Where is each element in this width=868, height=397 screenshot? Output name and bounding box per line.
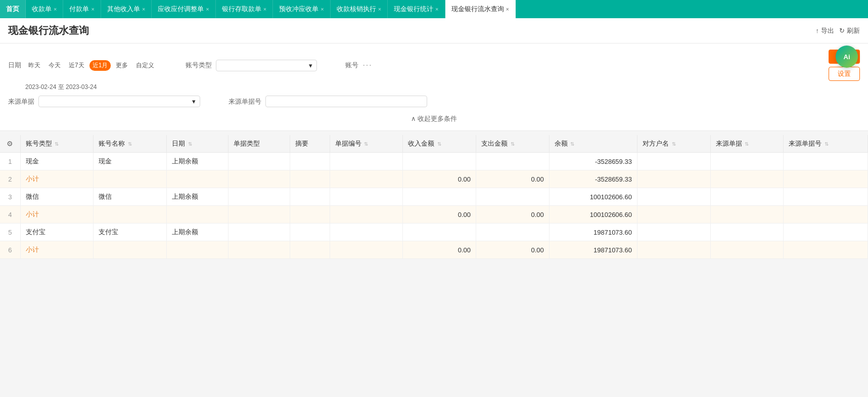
cell-account-name xyxy=(94,170,167,188)
date-filter-label: 日期 xyxy=(8,61,21,70)
cash-flow-tab-label: 现金银行流水查询 xyxy=(451,5,504,14)
cell-source-doc xyxy=(710,206,784,224)
cell-source-doc-num xyxy=(784,241,868,259)
col-balance-sort[interactable]: ⇅ xyxy=(570,141,574,147)
col-account-type-sort[interactable]: ⇅ xyxy=(55,141,59,147)
cell-income xyxy=(403,224,476,241)
col-doc-number-sort[interactable]: ⇅ xyxy=(364,141,368,147)
cell-source-doc xyxy=(710,153,784,170)
ap-adjust-close-icon[interactable]: × xyxy=(206,6,209,12)
cell-doc-number xyxy=(330,188,403,206)
col-settings[interactable]: ⚙ xyxy=(0,135,20,153)
receipt-close-icon[interactable]: × xyxy=(54,6,57,12)
table-row[interactable]: 3 微信 微信 上期余额 100102606.60 xyxy=(0,188,868,206)
col-account-name-sort[interactable]: ⇅ xyxy=(128,141,132,147)
col-counterpart-sort[interactable]: ⇅ xyxy=(672,141,676,147)
other-income-close-icon[interactable]: × xyxy=(142,6,145,12)
cell-summary xyxy=(290,188,330,206)
cell-income: 0.00 xyxy=(403,241,476,259)
source-doc-num-input[interactable] xyxy=(265,96,427,107)
export-button[interactable]: ↑ 导出 xyxy=(816,26,835,35)
cell-summary xyxy=(290,224,330,241)
date-btn-yesterday[interactable]: 昨天 xyxy=(25,60,43,71)
nav-tab-cash-stat[interactable]: 现金银行统计 × xyxy=(388,0,445,18)
refresh-button[interactable]: ↻ 刷新 xyxy=(839,26,860,35)
col-source-doc-num-sort[interactable]: ⇅ xyxy=(825,141,829,147)
payment-tab-label: 付款单 xyxy=(69,5,89,14)
cell-doc-number xyxy=(330,153,403,170)
nav-tab-home[interactable]: 首页 xyxy=(0,0,26,18)
cell-source-doc xyxy=(710,170,784,188)
collect-exec-close-icon[interactable]: × xyxy=(378,6,381,12)
table-row[interactable]: 4 小计 0.00 0.00 100102606.60 xyxy=(0,206,868,224)
nav-tab-cash-flow[interactable]: 现金银行流水查询 × xyxy=(445,0,516,18)
cell-expense xyxy=(476,188,550,206)
col-income-sort[interactable]: ⇅ xyxy=(437,141,441,147)
account-filter-group: 账号 ··· xyxy=(345,61,372,70)
table-row[interactable]: 1 现金 现金 上期余额 -3528659.33 xyxy=(0,153,868,170)
col-source-doc-num: 来源单据号 ⇅ xyxy=(784,135,868,153)
bank-deposit-close-icon[interactable]: × xyxy=(263,6,266,12)
cell-income: 0.00 xyxy=(403,170,476,188)
source-doc-select[interactable]: ▾ xyxy=(38,96,200,107)
cell-income: 0.00 xyxy=(403,206,476,224)
settings-gear-icon[interactable]: ⚙ xyxy=(7,140,13,148)
source-doc-filter-group: 来源单据 ▾ xyxy=(8,96,200,107)
cell-account-name: 现金 xyxy=(94,153,167,170)
table-row[interactable]: 5 支付宝 支付宝 上期余额 19871073.60 xyxy=(0,224,868,241)
settings-button[interactable]: 设置 xyxy=(829,67,860,81)
cell-index: 3 xyxy=(0,188,20,206)
date-btn-1month[interactable]: 近1月 xyxy=(89,60,111,71)
filter-row-2: 来源单据 ▾ 来源单据号 xyxy=(8,96,860,107)
home-tab-label: 首页 xyxy=(6,5,19,14)
source-doc-label: 来源单据 xyxy=(8,97,34,106)
cell-account-type: 小计 xyxy=(20,170,94,188)
collapse-bar[interactable]: ∧ 收起更多条件 xyxy=(8,111,860,124)
nav-tab-bank-deposit[interactable]: 银行存取款单 × xyxy=(216,0,273,18)
page-header: 现金银行流水查询 ↑ 导出 ↻ 刷新 xyxy=(0,18,868,43)
table-row[interactable]: 2 小计 0.00 0.00 -3528659.33 xyxy=(0,170,868,188)
nav-tab-receipt[interactable]: 收款单 × xyxy=(26,0,63,18)
collapse-icon: ∧ xyxy=(411,115,416,122)
prepay-offset-close-icon[interactable]: × xyxy=(321,6,324,12)
ai-assistant-button[interactable]: Ai xyxy=(836,46,858,68)
cell-counterpart xyxy=(637,170,710,188)
page-title: 现金银行流水查询 xyxy=(8,24,89,37)
bank-deposit-tab-label: 银行存取款单 xyxy=(222,5,261,14)
nav-tab-other-income[interactable]: 其他收入单 × xyxy=(101,0,152,18)
col-date-label: 日期 xyxy=(172,140,185,147)
nav-tab-payment[interactable]: 付款单 × xyxy=(63,0,101,18)
ai-badge-label: Ai xyxy=(844,53,850,61)
date-btn-today[interactable]: 今天 xyxy=(45,60,64,71)
cell-summary xyxy=(290,206,330,224)
payment-close-icon[interactable]: × xyxy=(91,6,94,12)
col-account-name-label: 账号名称 xyxy=(99,140,125,147)
date-btn-custom[interactable]: 自定义 xyxy=(133,60,157,71)
date-btn-more[interactable]: 更多 xyxy=(113,60,131,71)
nav-tab-ap-adjust[interactable]: 应收应付调整单 × xyxy=(152,0,215,18)
filter-area: 日期 昨天 今天 近7天 近1月 更多 自定义 账号类型 ▾ 账号 ··· xyxy=(0,43,868,131)
cell-date xyxy=(167,170,229,188)
date-btn-7days[interactable]: 近7天 xyxy=(66,60,87,71)
cell-source-doc xyxy=(710,241,784,259)
table-row[interactable]: 6 小计 0.00 0.00 19871073.60 xyxy=(0,241,868,259)
ap-adjust-tab-label: 应收应付调整单 xyxy=(158,5,204,14)
col-source-doc-num-label: 来源单据号 xyxy=(789,140,821,147)
account-type-select[interactable]: ▾ xyxy=(216,60,317,71)
col-balance: 余额 ⇅ xyxy=(549,135,637,153)
cell-source-doc xyxy=(710,224,784,241)
cash-flow-close-icon[interactable]: × xyxy=(506,6,509,12)
account-dots[interactable]: ··· xyxy=(362,61,372,70)
col-source-doc-sort[interactable]: ⇅ xyxy=(745,141,749,147)
nav-tab-prepay-offset[interactable]: 预收冲应收单 × xyxy=(273,0,330,18)
nav-tab-collect-exec[interactable]: 收款核销执行 × xyxy=(331,0,388,18)
cell-date xyxy=(167,241,229,259)
col-expense-sort[interactable]: ⇅ xyxy=(511,141,515,147)
cell-index: 6 xyxy=(0,241,20,259)
date-filter-group: 日期 昨天 今天 近7天 近1月 更多 自定义 xyxy=(8,60,157,71)
col-account-type-label: 账号类型 xyxy=(26,140,52,147)
col-date-sort[interactable]: ⇅ xyxy=(188,141,192,147)
col-summary: 摘要 xyxy=(290,135,330,153)
col-expense-label: 支出金额 xyxy=(481,140,508,147)
cash-stat-close-icon[interactable]: × xyxy=(435,6,438,12)
